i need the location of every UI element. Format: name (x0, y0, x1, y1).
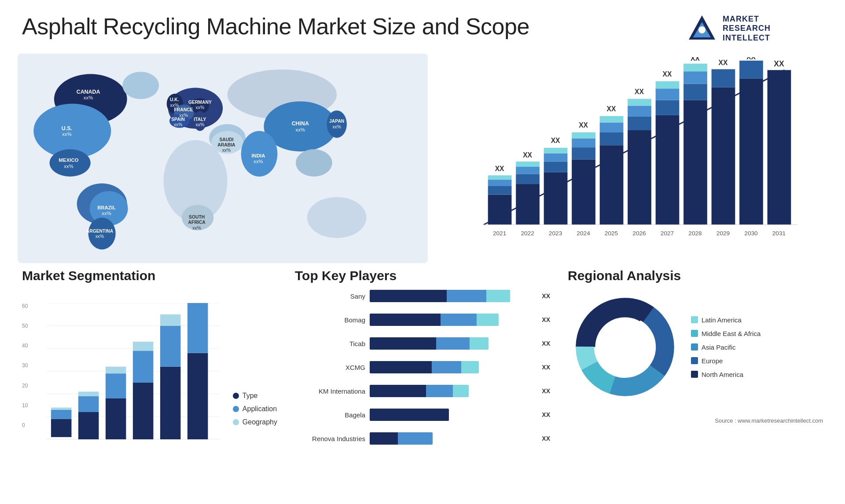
svg-rect-67 (516, 184, 540, 225)
player-xx-km: XX (542, 387, 550, 394)
player-km: KM Internationa XX (295, 385, 550, 397)
logo: MARKET RESEARCH INTELLECT (687, 13, 823, 44)
svg-text:2030: 2030 (745, 230, 758, 237)
svg-text:SAUDI: SAUDI (219, 137, 233, 142)
svg-rect-74 (544, 161, 568, 172)
svg-rect-93 (628, 106, 652, 116)
players-list: Sany XX Bomag (295, 290, 550, 450)
page-title: Asphalt Recycling Machine Market Size an… (22, 13, 529, 40)
player-ticab: Ticab XX (295, 337, 550, 350)
player-bar-bagela (370, 409, 535, 421)
svg-text:XX: XX (746, 57, 756, 61)
svg-text:XX: XX (607, 105, 616, 113)
svg-text:CHINA: CHINA (292, 121, 309, 127)
player-bar-km (370, 385, 535, 397)
legend-mea: Middle East & Africa (691, 330, 760, 337)
svg-rect-79 (572, 159, 596, 224)
svg-text:AFRICA: AFRICA (188, 220, 206, 225)
svg-point-7 (50, 149, 91, 176)
svg-rect-130 (51, 408, 72, 410)
svg-rect-137 (106, 373, 126, 398)
svg-rect-85 (600, 145, 624, 225)
seg-bars-area: 60 50 40 30 20 10 0 (22, 303, 226, 439)
svg-rect-105 (684, 71, 708, 84)
svg-text:ARGENTINA: ARGENTINA (86, 229, 114, 234)
svg-text:2029: 2029 (716, 230, 730, 237)
svg-rect-86 (600, 132, 624, 145)
segmentation-chart: 60 50 40 30 20 10 0 (22, 290, 277, 439)
player-bar-ticab (370, 337, 535, 350)
legend-north-america: North America (691, 371, 760, 378)
svg-rect-61 (488, 195, 512, 225)
top-row: CANADA xx% U.S. xx% MEXICO xx% BRAZIL xx… (0, 53, 845, 264)
svg-text:ARABIA: ARABIA (217, 142, 235, 147)
svg-rect-97 (656, 115, 680, 225)
y-label-50: 50 (22, 323, 28, 329)
svg-text:XX: XX (551, 137, 560, 144)
y-label-60: 60 (22, 303, 28, 309)
svg-text:CANADA: CANADA (77, 89, 100, 95)
svg-text:GERMANY: GERMANY (188, 100, 212, 105)
svg-text:XX: XX (635, 88, 644, 95)
seg-svg: 2021 2022 2023 (31, 303, 235, 439)
svg-text:xx%: xx% (296, 127, 305, 132)
svg-text:XX: XX (663, 70, 672, 78)
svg-text:xx%: xx% (84, 95, 93, 100)
legend-geography: Geography (233, 418, 277, 426)
bottom-row: Market Segmentation 60 50 40 30 20 10 0 (0, 264, 845, 453)
svg-rect-138 (106, 367, 126, 374)
bar-chart-wrapper: XX 2021 XX 2022 XX 2023 (445, 57, 819, 242)
player-bar-bomag (370, 314, 535, 326)
svg-rect-144 (160, 367, 181, 439)
seg-legend: Type Application Geography (233, 392, 277, 439)
svg-rect-129 (51, 410, 72, 419)
svg-text:xx%: xx% (254, 159, 263, 164)
legend-europe-color (691, 357, 698, 364)
legend-la-color (691, 316, 698, 323)
svg-rect-104 (684, 84, 708, 100)
svg-text:2022: 2022 (521, 230, 534, 237)
svg-text:FRANCE: FRANCE (174, 107, 193, 112)
source-text: Source : www.marketresearchintellect.com (568, 417, 823, 424)
svg-rect-62 (488, 186, 512, 195)
svg-text:XX: XX (719, 59, 728, 66)
svg-text:XX: XX (495, 165, 504, 172)
svg-rect-100 (656, 81, 680, 89)
svg-rect-136 (106, 398, 126, 439)
donut-chart (568, 290, 682, 404)
svg-rect-91 (628, 130, 652, 225)
svg-text:SPAIN: SPAIN (171, 117, 185, 122)
svg-text:xx%: xx% (332, 124, 341, 129)
player-bagela: Bagela XX (295, 409, 550, 421)
svg-rect-69 (516, 167, 540, 174)
svg-rect-146 (160, 314, 181, 326)
svg-text:xx%: xx% (96, 234, 104, 239)
svg-point-10 (88, 218, 116, 250)
player-name-sany: Sany (295, 292, 365, 300)
svg-point-2 (698, 26, 705, 33)
svg-rect-73 (544, 172, 568, 225)
svg-rect-64 (488, 175, 512, 180)
svg-point-162 (595, 317, 654, 376)
svg-text:xx%: xx% (196, 122, 205, 127)
bar-chart-section: XX 2021 XX 2022 XX 2023 (437, 53, 827, 264)
player-xx-renova: XX (542, 435, 550, 442)
svg-rect-88 (600, 116, 624, 123)
donut-svg (568, 290, 682, 404)
player-name-km: KM Internationa (295, 387, 365, 395)
donut-legend: Latin America Middle East & Africa Asia … (691, 316, 760, 378)
svg-text:2025: 2025 (605, 230, 618, 237)
svg-text:U.S.: U.S. (62, 125, 72, 131)
svg-text:2021: 2021 (493, 230, 506, 237)
svg-rect-87 (600, 122, 624, 132)
regional-section: Regional Analysis (563, 268, 827, 449)
player-xcmg: XCMG XX (295, 361, 550, 373)
segmentation-section: Market Segmentation 60 50 40 30 20 10 0 (18, 268, 282, 449)
svg-text:xx%: xx% (222, 148, 231, 153)
svg-text:xx%: xx% (64, 164, 73, 169)
legend-type: Type (233, 392, 277, 400)
svg-rect-113 (739, 79, 763, 225)
svg-rect-109 (712, 87, 735, 225)
legend-apac-color (691, 343, 698, 351)
svg-text:XX: XX (579, 121, 588, 129)
